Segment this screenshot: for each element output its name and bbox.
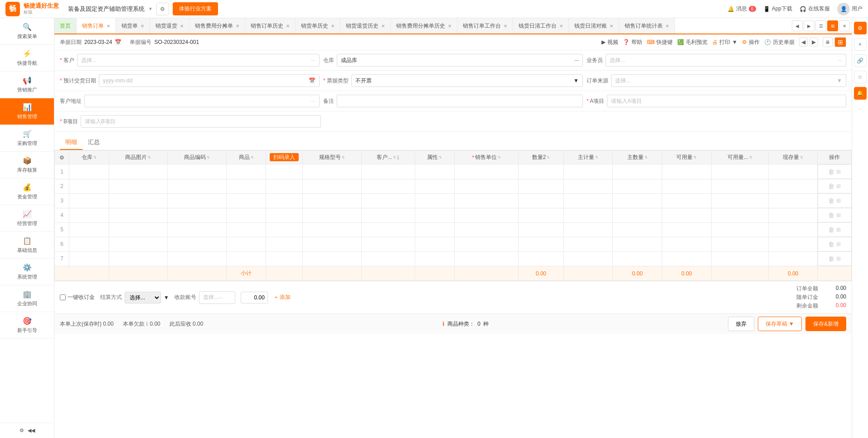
calendar-icon[interactable]: 📅 xyxy=(115,39,121,45)
shortcut-btn[interactable]: ⌨ 快捷键 xyxy=(647,39,673,46)
print-dropdown-icon[interactable]: ▼ xyxy=(732,39,737,45)
one-key-checkbox-input[interactable] xyxy=(60,294,66,300)
order-source-input[interactable]: 选择... ▼ xyxy=(611,74,846,87)
delete-row-7-btn[interactable]: 🗑 xyxy=(828,255,834,262)
settings-panel-btn[interactable]: ⚙ xyxy=(854,22,867,34)
customer-input[interactable]: 选择... ··· xyxy=(77,54,320,67)
sidebar-item-basic-info[interactable]: 📋 基础信息 xyxy=(0,232,54,259)
tab-close-sales-order-stats[interactable]: ✕ xyxy=(665,24,669,29)
tab-layout-btn[interactable]: ⊞ xyxy=(827,20,838,31)
discard-button[interactable]: 放弃 xyxy=(728,317,754,331)
tab-close-sales-return[interactable]: ✕ xyxy=(141,24,144,29)
tab-menu-btn[interactable]: ☰ xyxy=(815,20,826,31)
sidebar-item-operations[interactable]: 📈 经营管理 xyxy=(0,205,54,232)
debit-info-icon[interactable]: ℹ xyxy=(146,321,148,327)
copy-row-6-btn[interactable]: ⊞ xyxy=(836,241,841,247)
tab-sales-return-goods[interactable]: 销货退货 ✕ xyxy=(150,18,189,34)
save-draft-button[interactable]: 保存草稿 ▼ xyxy=(758,317,802,331)
history-btn[interactable]: 🕐 历史单据 xyxy=(764,39,795,46)
one-key-payment-checkbox[interactable]: 一键收订金 xyxy=(60,294,95,301)
product-type-icon[interactable]: ℹ xyxy=(442,321,445,327)
alert-btn[interactable]: 🔔 xyxy=(854,87,867,100)
tab-sales-return-history[interactable]: 销货单历史 ✕ xyxy=(296,18,340,34)
col-attributes[interactable]: 属性⇅ xyxy=(415,151,455,164)
sidebar-item-enterprise[interactable]: 🏢 企业协同 xyxy=(0,285,54,312)
sidebar-item-search[interactable]: 🔍 搜索菜单 xyxy=(0,18,54,45)
copy-row-4-btn[interactable]: ⊞ xyxy=(836,212,841,218)
tab-close-sales-order[interactable]: ✕ xyxy=(107,24,110,29)
col-product-code[interactable]: 商品编码⇅ xyxy=(168,151,227,164)
sidebar-item-system[interactable]: ⚙️ 系统管理 xyxy=(0,259,54,285)
sidebar-item-inventory[interactable]: 📦 库存核算 xyxy=(0,152,54,178)
copy-row-5-btn[interactable]: ⊞ xyxy=(836,226,841,233)
save-new-button[interactable]: 保存&新增 xyxy=(805,317,846,331)
tab-close-sales-fee-split-history[interactable]: ✕ xyxy=(448,24,451,29)
tab-close-sales-return-goods-history[interactable]: ✕ xyxy=(381,24,385,29)
notice-button[interactable]: 🔔 消息 6 xyxy=(727,5,756,13)
detail-tab-summary[interactable]: 汇总 xyxy=(82,135,105,150)
deposit-amount-input[interactable] xyxy=(241,292,268,303)
tab-sales-order-workbench[interactable]: 销售订单工作台 ✕ xyxy=(457,18,513,34)
tab-sales-order-stats[interactable]: 销售订单统计表 ✕ xyxy=(619,18,675,34)
copy-row-1-btn[interactable]: ⊞ xyxy=(836,168,841,175)
profit-btn[interactable]: 💹 毛利预览 xyxy=(677,39,708,46)
tab-cash-daily-reconcile[interactable]: 钱货日清对账 ✕ xyxy=(569,18,619,34)
sidebar-item-guide[interactable]: 🎯 新手引导 xyxy=(0,312,54,339)
tab-close-sales-return-goods[interactable]: ✕ xyxy=(180,24,184,29)
add-deposit-btn[interactable]: ＋ 添加 xyxy=(273,294,291,301)
col-sales-unit[interactable]: *销售单位⇅ xyxy=(455,151,519,164)
copy-row-3-btn[interactable]: ⊞ xyxy=(836,197,841,204)
copy-row-2-btn[interactable]: ⊞ xyxy=(836,183,841,189)
link-icon-btn[interactable]: 🔗 xyxy=(854,54,867,67)
col-product[interactable]: 商品⇅ xyxy=(226,151,266,164)
tab-prev-btn[interactable]: ◀ xyxy=(792,20,803,31)
delete-row-4-btn[interactable]: 🗑 xyxy=(828,212,834,219)
grid-view-btn[interactable]: ⊞ xyxy=(834,37,846,47)
save-draft-dropdown-icon[interactable]: ▼ xyxy=(789,321,794,327)
settings-bottom-icon[interactable]: ⚙ xyxy=(19,428,24,433)
project-b-input[interactable]: 请输入B项目 xyxy=(81,115,321,128)
sidebar-item-purchase[interactable]: 🛒 采购管理 xyxy=(0,125,54,152)
collapse-sidebar-btn[interactable]: ◀◀ xyxy=(28,428,35,433)
tab-sales-fee-split[interactable]: 销售费用分摊单 ✕ xyxy=(189,18,245,34)
date-picker-icon[interactable]: 📅 xyxy=(309,77,315,84)
operation-btn[interactable]: ⚙ 操作 xyxy=(742,39,760,46)
payment-method-select[interactable]: 选择... xyxy=(125,292,161,303)
delete-row-2-btn[interactable]: 🗑 xyxy=(828,183,834,190)
col-main-unit[interactable]: 主计量⇅ xyxy=(563,151,613,164)
detail-tab-detail[interactable]: 明细 xyxy=(60,135,82,150)
sidebar-item-quick-nav[interactable]: ⚡ 快捷导航 xyxy=(0,45,54,72)
col-main-qty[interactable]: 主数量⇅ xyxy=(613,151,662,164)
tab-close-cash-daily-reconcile[interactable]: ✕ xyxy=(610,24,613,29)
delete-row-1-btn[interactable]: 🗑 xyxy=(828,168,834,175)
tab-close-sales-fee-split[interactable]: ✕ xyxy=(236,24,239,29)
user-menu[interactable]: 👤 用户 xyxy=(837,3,863,15)
tab-close-sales-order-history[interactable]: ✕ xyxy=(286,24,290,29)
scan-input-btn[interactable]: 扫码录入 xyxy=(270,153,299,161)
star-btn[interactable]: ☆ xyxy=(854,71,867,83)
col-scan-input[interactable]: 扫码录入 xyxy=(266,151,303,164)
remark-input[interactable] xyxy=(337,95,583,107)
account-input[interactable]: 选择... ··· xyxy=(199,291,235,304)
col-setting[interactable]: ⚙ xyxy=(55,151,69,164)
tab-close-sales-order-workbench[interactable]: ✕ xyxy=(504,24,507,29)
col-warehouse[interactable]: 仓库⇅ xyxy=(69,151,109,164)
tab-cash-daily-workbench[interactable]: 钱货日清工作台 ✕ xyxy=(513,18,569,34)
sidebar-item-marketing[interactable]: 📢 营销推广 xyxy=(0,72,54,98)
col-available[interactable]: 可用量⇅ xyxy=(662,151,712,164)
help-btn[interactable]: ❓ 帮助 xyxy=(623,39,642,46)
delete-row-3-btn[interactable]: 🗑 xyxy=(828,197,834,204)
delivery-date-input[interactable]: yyyy-mm-dd 📅 xyxy=(99,74,320,87)
tab-next-btn[interactable]: ▶ xyxy=(804,20,815,31)
gear-button[interactable]: ⚙ xyxy=(156,3,169,15)
col-product-image[interactable]: 商品图片⇅ xyxy=(109,151,168,164)
staff-input[interactable]: 选择... ··· xyxy=(606,54,846,67)
tab-close-sales-return-history[interactable]: ✕ xyxy=(331,24,335,29)
tab-sales-return-goods-history[interactable]: 销货退货历史 ✕ xyxy=(340,18,391,34)
tab-sales-order-history[interactable]: 销售订单历史 ✕ xyxy=(245,18,296,34)
tab-close-cash-daily-workbench[interactable]: ✕ xyxy=(559,24,563,29)
print-btn[interactable]: 🖨 打印 ▼ xyxy=(712,39,737,46)
tab-close-all-btn[interactable]: ✕ xyxy=(839,20,850,31)
invoice-type-select[interactable]: 不开票 ▼ xyxy=(351,74,583,87)
col-customer-code[interactable]: 客户...⇅ℹ xyxy=(362,151,415,164)
